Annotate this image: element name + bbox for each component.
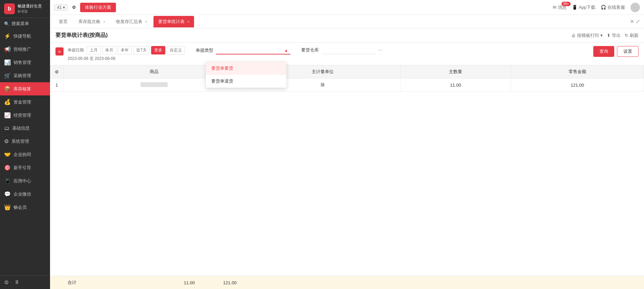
marketing-icon: 📢 <box>4 46 11 52</box>
sidebar-item-members[interactable]: 👑 畅会员 <box>0 201 50 214</box>
print-btn[interactable]: 🖨 按模板打印 ▾ <box>571 32 603 39</box>
dropdown-item-order-goods[interactable]: 要货单要货 <box>206 62 286 75</box>
purchase-icon: 🛒 <box>4 72 11 79</box>
enterprise-icon: 🤝 <box>4 151 11 158</box>
settings-bottom-icon[interactable]: ⚙ <box>4 279 9 286</box>
th-settings[interactable]: ⚙ <box>50 65 64 79</box>
sidebar-bottom: ⚙ ⏸ <box>0 275 50 289</box>
logo-text: 畅捷通好生意 <box>18 4 42 9</box>
warehouse-filter-group: 要货仓库 ··· <box>301 46 383 54</box>
export-btn[interactable]: ⬆ 导出 <box>607 32 621 39</box>
footer-label: 合计 <box>68 280 135 286</box>
sidebar-item-finance[interactable]: 💰 资金管理 <box>0 95 50 109</box>
members-icon: 👑 <box>4 204 11 210</box>
date-btn-this-year[interactable]: 本年 <box>118 46 132 54</box>
query-btn[interactable]: 查询 <box>593 46 614 57</box>
sidebar-item-quick-nav[interactable]: ⚡ 快捷导航 <box>0 29 50 43</box>
sidebar-item-operations-label: 经营管理 <box>14 112 31 118</box>
operations-icon: 📈 <box>4 112 11 118</box>
sidebar-item-basic[interactable]: 🗂 基础信息 <box>0 122 50 135</box>
sidebar-item-apps-label: 应用中心 <box>14 178 31 184</box>
sidebar-search[interactable]: 🔍 搜索菜单 <box>0 18 50 29</box>
tab-id-chevron-icon[interactable]: ▾ <box>63 5 65 10</box>
date-filter-label: 单据日期 <box>68 47 84 53</box>
sidebar-item-sales[interactable]: 📊 销售管理 <box>0 56 50 69</box>
date-btn-this-month[interactable]: 本月 <box>102 46 116 54</box>
tab-inventory-batch-label: 库存批次账 <box>78 19 100 25</box>
sidebar-item-purchase[interactable]: 🛒 采购管理 <box>0 69 50 82</box>
date-btn-custom[interactable]: 自定义 <box>167 46 185 54</box>
inventory-icon: 📦 <box>4 86 11 92</box>
sidebar-item-marketing[interactable]: 📢 营销推广 <box>0 43 50 56</box>
sidebar: b 畅捷通好生意 标准版 🔍 搜索菜单 ⚡ 快捷导航 📢 营销推广 📊 销售管理… <box>0 0 50 289</box>
finance-icon: 💰 <box>4 99 11 105</box>
top-header: 41 ▾ ⚙ 体验行业方案 ✉ 消息 99+ 📱 App下载 🎧 在线客服 <box>50 0 644 15</box>
refresh-label: 刷新 <box>630 32 639 39</box>
dropdown-item-order-return[interactable]: 要货单退货 <box>206 75 286 88</box>
settings-btn[interactable]: 设置 <box>617 46 639 57</box>
table-header-row: ⚙ 商品 主计量单位 主数量 零售金额 <box>50 65 644 79</box>
data-table: ⚙ 商品 主计量单位 主数量 零售金额 1 块 11.00 <box>50 65 644 92</box>
filter-expand-btn[interactable]: » <box>55 47 64 55</box>
tab-receipts-summary-label: 收发存汇总表 <box>116 19 142 25</box>
sidebar-item-guide[interactable]: 🎯 新手引导 <box>0 161 50 174</box>
table-row: 1 块 11.00 121.00 <box>50 79 644 92</box>
sidebar-item-enterprise[interactable]: 🤝 企业协同 <box>0 148 50 161</box>
tab-inventory-batch-close[interactable]: × <box>103 20 105 24</box>
tab-close-all-icon[interactable]: ✕ <box>630 18 634 25</box>
sidebar-item-system-label: 系统管理 <box>11 138 29 144</box>
th-amount: 零售金额 <box>511 65 644 79</box>
tab-home-label: 首页 <box>59 19 68 25</box>
type-filter-arrow-icon[interactable]: ▲ <box>284 48 288 53</box>
print-icon: 🖨 <box>571 33 576 38</box>
refresh-icon: ↻ <box>625 33 628 38</box>
messages-btn[interactable]: ✉ 消息 99+ <box>553 4 567 10</box>
cell-index: 1 <box>50 79 64 92</box>
th-quantity: 主数量 <box>400 65 511 79</box>
sidebar-item-enterprise-label: 企业协同 <box>14 152 31 158</box>
type-filter-input[interactable] <box>216 46 290 54</box>
tab-home[interactable]: 首页 <box>54 16 72 27</box>
warehouse-filter-input[interactable] <box>321 46 376 54</box>
date-btn-last-month[interactable]: 上月 <box>87 46 101 54</box>
print-chevron-icon: ▾ <box>600 33 603 38</box>
type-filter-group: 单据类型 ▲ <box>196 46 290 54</box>
print-label: 按模板打印 <box>577 32 599 39</box>
sidebar-item-apps[interactable]: 📱 应用中心 <box>0 174 50 187</box>
trial-btn[interactable]: 体验行业方案 <box>80 3 116 12</box>
messages-badge: 99+ <box>562 2 571 6</box>
online-service-btn[interactable]: 🎧 在线客服 <box>601 4 625 10</box>
tab-order-summary[interactable]: 要货单统计表 × <box>153 16 194 27</box>
tab-expand-controls: ✕ ⤢ <box>630 18 640 25</box>
type-filter-input-wrapper: ▲ <box>216 46 290 54</box>
tab-receipts-summary-close[interactable]: × <box>145 20 147 24</box>
tab-receipts-summary[interactable]: 收发存汇总表 × <box>111 16 152 27</box>
header-settings-icon[interactable]: ⚙ <box>72 5 76 10</box>
sidebar-item-operations[interactable]: 📈 经营管理 <box>0 109 50 122</box>
export-icon: ⬆ <box>607 33 611 38</box>
date-filter-btns: 上月 本月 本年 近7天 更多 自定义 <box>87 46 185 54</box>
collapse-icon[interactable]: ⏸ <box>14 279 20 286</box>
date-filter-group: 单据日期 上月 本月 本年 近7天 更多 自定义 2023-05-06 至 20… <box>68 46 185 62</box>
app-download-btn[interactable]: 📱 App下载 <box>572 4 595 10</box>
warehouse-more-icon[interactable]: ··· <box>378 47 383 53</box>
sidebar-item-wechat[interactable]: 💬 企业微信 <box>0 187 50 201</box>
tab-order-summary-close[interactable]: × <box>187 20 189 24</box>
sidebar-item-wechat-label: 企业微信 <box>14 191 31 197</box>
type-filter-label: 单据类型 <box>196 47 213 53</box>
sidebar-item-inventory[interactable]: 📦 库存核算 <box>0 82 50 95</box>
filter-bar: » 单据日期 上月 本月 本年 近7天 更多 自定义 2023-05-06 至 … <box>50 43 644 65</box>
messages-icon: ✉ <box>553 5 556 10</box>
refresh-btn[interactable]: ↻ 刷新 <box>625 32 639 39</box>
page-header: 要货单统计表(按商品) 🖨 按模板打印 ▾ ⬆ 导出 ↻ 刷新 <box>50 28 644 43</box>
sidebar-item-system[interactable]: ⚙ 系统管理 <box>0 135 50 148</box>
date-btn-7days[interactable]: 近7天 <box>133 46 150 54</box>
tab-bar: 首页 库存批次账 × 收发存汇总表 × 要货单统计表 × ✕ ⤢ <box>50 15 644 28</box>
filter-actions: 查询 设置 <box>593 46 639 57</box>
date-btn-more[interactable]: 更多 <box>151 46 165 54</box>
app-download-icon: 📱 <box>572 5 577 10</box>
sales-icon: 📊 <box>4 59 11 66</box>
tab-inventory-batch[interactable]: 库存批次账 × <box>74 16 110 27</box>
tab-maximize-icon[interactable]: ⤢ <box>636 18 640 25</box>
user-avatar[interactable] <box>630 3 640 12</box>
